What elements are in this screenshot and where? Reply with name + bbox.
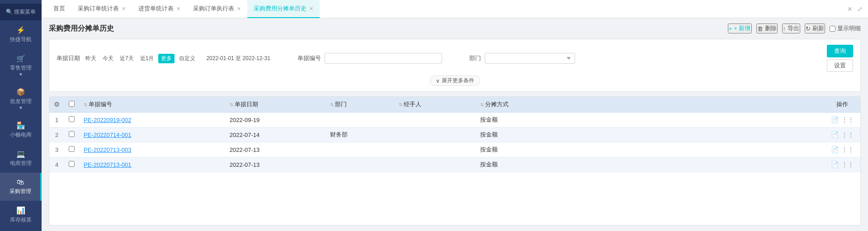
chevron-down-icon: ∨ — [436, 78, 440, 84]
sort-icon: ⇅ — [399, 102, 402, 107]
th-split-method[interactable]: ⇅ 分摊方式 — [476, 97, 824, 113]
row-seq: 2 — [49, 127, 64, 142]
row-checkbox[interactable] — [69, 116, 75, 122]
th-checkbox — [64, 97, 79, 113]
tab-close-purchase-order-exec[interactable]: ✕ — [237, 0, 241, 18]
th-gear[interactable]: ⚙ — [49, 97, 64, 113]
dept-label: 部门 — [469, 54, 481, 62]
shortcut-1month[interactable]: 近1月 — [138, 54, 156, 63]
export-icon: ↑ — [783, 25, 786, 32]
table-row: 4PE-20220713-0012022-07-13按金额📄⋮⋮ — [49, 157, 860, 172]
date-shortcuts: 昨天 今天 近7天 近1月 更多 自定义 — [84, 54, 197, 63]
gear-icon[interactable]: ⚙ — [54, 100, 60, 108]
view-action-icon[interactable]: 📄 — [831, 131, 839, 138]
chevron-down-icon: ▼ — [2, 72, 40, 77]
expand-more-row: ∨ 展开更多条件 — [57, 75, 853, 86]
row-dept — [326, 157, 394, 172]
tab-close-all-icon[interactable]: ✕ — [847, 5, 853, 13]
row-seq: 3 — [49, 142, 64, 157]
wholesale-icon: 📦 — [2, 88, 40, 96]
sidebar-item-wholesale[interactable]: 📦 批发管理 ▼ — [0, 82, 42, 116]
retail-icon: 🛒 — [2, 54, 40, 63]
row-dept: 财务部 — [326, 127, 394, 142]
add-button[interactable]: + + 新增 — [728, 24, 752, 33]
query-button[interactable]: 查询 — [827, 45, 853, 57]
table-container: ⚙ ⇅ 单据编号 ⇅ — [49, 96, 861, 226]
row-dept — [326, 142, 394, 157]
doc-no-label: 单据编号 — [297, 54, 321, 62]
more-action-icon[interactable]: ⋮⋮ — [841, 161, 854, 168]
delete-button[interactable]: 🗑 删除 — [756, 24, 778, 33]
view-action-icon[interactable]: 📄 — [831, 161, 839, 168]
main-area: 首页 采购订单统计表 ✕ 进货单统计表 ✕ 采购订单执行表 ✕ 采购费用分摊单历… — [42, 0, 868, 231]
row-checkbox[interactable] — [69, 161, 75, 167]
row-seq: 1 — [49, 113, 64, 127]
tab-maximize-icon[interactable]: ⤢ — [857, 5, 863, 13]
th-handler[interactable]: ⇅ 经手人 — [394, 97, 476, 113]
row-doc-no[interactable]: PE-20220714-001 — [79, 127, 225, 142]
tab-bar: 首页 采购订单统计表 ✕ 进货单统计表 ✕ 采购订单执行表 ✕ 采购费用分摊单历… — [42, 0, 868, 18]
filter-area: 单据日期 昨天 今天 近7天 近1月 更多 自定义 2022-01-01 至 2… — [49, 39, 861, 92]
table-header-row: ⚙ ⇅ 单据编号 ⇅ — [49, 97, 860, 113]
flash-icon: ⚡ — [2, 26, 40, 34]
row-actions: 📄⋮⋮ — [824, 157, 860, 172]
tab-close-incoming-stats[interactable]: ✕ — [176, 0, 180, 18]
row-actions: 📄⋮⋮ — [824, 142, 860, 157]
row-actions: 📄⋮⋮ — [824, 113, 860, 127]
tab-close-purchase-order-stats[interactable]: ✕ — [122, 0, 126, 18]
doc-no-input[interactable] — [325, 53, 442, 64]
sidebar-item-quick-nav[interactable]: ⚡ 快捷导航 — [0, 20, 42, 49]
sidebar-item-purchase[interactable]: 🛍 采购管理 — [0, 173, 42, 201]
row-doc-no[interactable]: PE-20220713-001 — [79, 157, 225, 172]
sidebar-item-finance[interactable]: 💰 资金管理 — [0, 229, 42, 231]
shortcut-7days[interactable]: 近7天 — [118, 54, 136, 63]
row-actions: 📄⋮⋮ — [824, 127, 860, 142]
tab-close-purchase-cost-split[interactable]: ✕ — [309, 0, 313, 18]
settings-button[interactable]: 设置 — [827, 59, 853, 72]
shortcut-custom[interactable]: 自定义 — [177, 54, 197, 63]
tab-bar-actions: ✕ ⤢ — [847, 5, 863, 13]
view-action-icon[interactable]: 📄 — [831, 116, 839, 123]
th-dept[interactable]: ⇅ 部门 — [326, 97, 394, 113]
more-action-icon[interactable]: ⋮⋮ — [841, 116, 854, 123]
row-checkbox[interactable] — [69, 131, 75, 137]
row-doc-no[interactable]: PE-20220713-003 — [79, 142, 225, 157]
th-doc-date[interactable]: ⇅ 单据日期 — [225, 97, 326, 113]
sort-icon: ⇅ — [230, 102, 233, 107]
row-seq: 4 — [49, 157, 64, 172]
shortcut-yesterday[interactable]: 昨天 — [84, 54, 98, 63]
shortcut-today[interactable]: 今天 — [101, 54, 115, 63]
row-checkbox-cell — [64, 127, 79, 142]
row-checkbox[interactable] — [69, 146, 75, 152]
shortcut-more[interactable]: 更多 — [158, 54, 175, 63]
sidebar-item-search[interactable]: 🔍 搜索菜单 — [0, 4, 42, 20]
row-dept — [326, 113, 394, 127]
dept-select[interactable]: 财务部 — [485, 53, 575, 64]
refresh-button[interactable]: ↻ 刷新 — [805, 24, 825, 33]
sort-icon: ⇅ — [330, 102, 334, 107]
tab-purchase-order-stats[interactable]: 采购订单统计表 ✕ — [71, 0, 132, 18]
more-action-icon[interactable]: ⋮⋮ — [841, 131, 854, 138]
tab-incoming-stats[interactable]: 进货单统计表 ✕ — [132, 0, 187, 18]
row-doc-date: 2022-07-14 — [225, 127, 326, 142]
row-doc-no[interactable]: PE-20220919-002 — [79, 113, 225, 127]
show-col-checkbox[interactable] — [830, 26, 835, 32]
content-wrapper: 采购费用分摊单历史 + + 新增 🗑 删除 ↑ 导出 ↻ 刷新 — [42, 18, 868, 231]
sidebar-item-inventory[interactable]: 📊 库存核算 — [0, 201, 42, 229]
tab-purchase-cost-split[interactable]: 采购费用分摊单历史 ✕ — [247, 0, 320, 18]
sidebar-item-mini-shop[interactable]: 🏪 小畅电商 — [0, 116, 42, 144]
view-action-icon[interactable]: 📄 — [831, 146, 839, 153]
tab-home[interactable]: 首页 — [47, 0, 71, 18]
sidebar-item-retail[interactable]: 🛒 零售管理 ▼ — [0, 49, 42, 82]
date-filter-label: 单据日期 — [57, 54, 80, 62]
delete-icon: 🗑 — [757, 25, 763, 32]
export-button[interactable]: ↑ 导出 — [782, 24, 801, 33]
expand-more-btn[interactable]: ∨ 展开更多条件 — [430, 75, 480, 86]
sidebar-item-ecommerce[interactable]: 💻 电商管理 — [0, 144, 42, 173]
select-all-checkbox[interactable] — [69, 101, 75, 107]
page-title: 采购费用分摊单历史 — [49, 24, 114, 33]
th-doc-no[interactable]: ⇅ 单据编号 — [79, 97, 225, 113]
more-action-icon[interactable]: ⋮⋮ — [841, 146, 854, 153]
row-split-method: 按金额 — [476, 113, 824, 127]
tab-purchase-order-exec[interactable]: 采购订单执行表 ✕ — [187, 0, 247, 18]
